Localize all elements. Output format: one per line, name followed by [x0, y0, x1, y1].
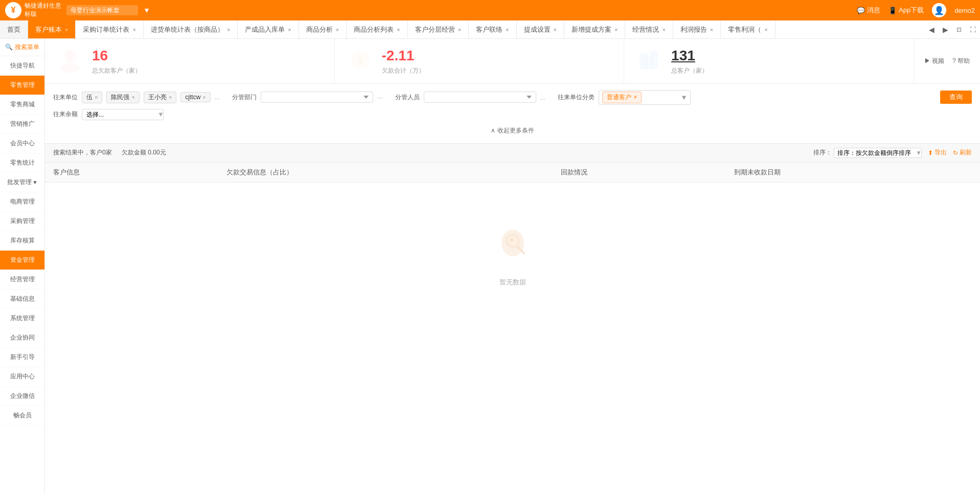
sidebar-search-btn[interactable]: 🔍 搜索菜单: [0, 39, 44, 56]
demo-select-arrow[interactable]: ▼: [143, 6, 150, 14]
stat-total-debt-customers: 16 总欠款客户（家）: [45, 39, 335, 83]
messages-btn[interactable]: 💬 消息: [857, 6, 880, 15]
unit-class-select-container[interactable]: 普通客户 × ▼: [599, 90, 691, 105]
refresh-btn[interactable]: ↻ 刷新: [953, 148, 972, 157]
stat-data-3: 131 总客户（家）: [671, 47, 708, 75]
video-btn[interactable]: ▶ 视频: [924, 57, 944, 65]
sidebar-item-wechat-work[interactable]: 企业微信: [0, 387, 44, 406]
filter-row-2: 往来余额 选择... ▼: [53, 109, 972, 120]
close-tab-tier[interactable]: ×: [458, 27, 461, 33]
sidebar-item-basic-info[interactable]: 基础信息: [0, 289, 44, 309]
remove-class-tag[interactable]: ×: [633, 94, 637, 101]
svg-text:¥: ¥: [357, 56, 363, 66]
remove-tag-wu[interactable]: ×: [95, 94, 98, 100]
sidebar: 🔍 搜索菜单 快捷导航 零售管理 零售商城 营销推广 会员中心 零售统计 批发管…: [0, 39, 45, 494]
col-debt-info: 欠款交易信息（占比）: [218, 163, 553, 183]
close-tab-purchase-stats[interactable]: ×: [227, 27, 230, 33]
tab-commission-settings[interactable]: 提成设置 ×: [517, 20, 564, 39]
person-more-dots[interactable]: ...: [540, 94, 546, 101]
tab-purchase-stats[interactable]: 进货单统计表（按商品） ×: [144, 20, 238, 39]
remove-tag-chen[interactable]: ×: [131, 94, 134, 100]
tab-purchase-order[interactable]: 采购订单统计表 ×: [76, 20, 143, 39]
close-tab-contact[interactable]: ×: [506, 27, 509, 33]
tab-home[interactable]: 首页: [0, 20, 28, 39]
refresh-icon: ↻: [953, 149, 958, 156]
close-tab-profit[interactable]: ×: [710, 27, 713, 33]
collapse-filter-btn[interactable]: ∧ 收起更多条件: [53, 124, 972, 137]
filter-more-btn[interactable]: ...: [215, 94, 220, 101]
person-select[interactable]: [424, 92, 536, 103]
sidebar-item-chang-member[interactable]: 畅会员: [0, 406, 44, 425]
sort-label: 排序：: [813, 148, 832, 157]
user-name-label[interactable]: demo2: [954, 7, 975, 14]
sidebar-item-retail-management[interactable]: 零售管理: [0, 76, 44, 95]
nav-expand-icon[interactable]: ⊡: [952, 26, 966, 33]
sidebar-item-fund-management[interactable]: 资金管理: [0, 251, 44, 270]
svg-point-11: [510, 238, 513, 241]
filter-area: 往来单位 伍 × 陈民强 × 王小亮 × cjttcw × ...: [45, 84, 980, 144]
query-button[interactable]: 查询: [940, 91, 972, 104]
close-tab-business[interactable]: ×: [662, 27, 665, 33]
sidebar-item-wholesale[interactable]: 批发管理 ▼: [0, 173, 44, 192]
download-icon: 📱: [888, 7, 897, 14]
video-icon: ▶: [924, 57, 930, 64]
demo-account-select[interactable]: 母婴行业演示帐套: [66, 5, 138, 15]
sidebar-item-purchase[interactable]: 采购管理: [0, 212, 44, 231]
filter-tag-cjttcw[interactable]: cjttcw ×: [180, 92, 210, 102]
sidebar-item-inventory[interactable]: 库存核算: [0, 231, 44, 251]
close-tab-commission[interactable]: ×: [554, 27, 557, 33]
amount-select-arrow[interactable]: ▼: [157, 110, 164, 118]
ordinary-customer-tag[interactable]: 普通客户 ×: [602, 92, 642, 103]
sidebar-item-enterprise-collab[interactable]: 企业协同: [0, 328, 44, 348]
nav-left-arrow[interactable]: ◀: [925, 26, 939, 34]
dept-more-dots[interactable]: ···: [377, 94, 383, 101]
tab-customer-tier[interactable]: 客户分层经营 ×: [408, 20, 469, 39]
sidebar-item-operation[interactable]: 经营管理: [0, 270, 44, 289]
tab-goods-analysis[interactable]: 商品分析 ×: [299, 20, 347, 39]
close-tab-goods-list[interactable]: ×: [397, 27, 400, 33]
tab-profit-report[interactable]: 利润报告 ×: [673, 20, 721, 39]
filter-tag-wang[interactable]: 王小亮 ×: [144, 92, 176, 103]
dept-select[interactable]: [261, 92, 373, 103]
stat-total-debt-amount: ¥ -2.11 欠款合计（万）: [335, 39, 625, 83]
close-tab-goods[interactable]: ×: [336, 27, 339, 33]
remove-tag-wang[interactable]: ×: [169, 94, 172, 100]
tab-goods-analysis-list[interactable]: 商品分析列表 ×: [347, 20, 407, 39]
sidebar-item-retail-mall[interactable]: 零售商城: [0, 95, 44, 115]
close-tab-purchase[interactable]: ×: [132, 27, 135, 33]
filter-tag-chen[interactable]: 陈民强 ×: [106, 92, 139, 103]
app-download-btn[interactable]: 📱 App下载: [888, 6, 924, 15]
help-btn[interactable]: ? 帮助: [952, 57, 970, 65]
filter-tag-wu[interactable]: 伍 ×: [82, 92, 102, 103]
sort-select[interactable]: 排序：按欠款金额倒序排序: [834, 148, 922, 158]
sidebar-item-member-center[interactable]: 会员中心: [0, 134, 44, 153]
stat-data-2: -2.11 欠款合计（万）: [382, 47, 425, 75]
amount-select[interactable]: 选择...: [82, 109, 164, 120]
customers-icon: [57, 48, 84, 74]
sidebar-item-app-center[interactable]: 应用中心: [0, 367, 44, 387]
sidebar-quick-nav[interactable]: 快捷导航: [0, 56, 44, 76]
tab-add-commission[interactable]: 新增提成方案 ×: [564, 20, 625, 39]
close-tab-retail-profit[interactable]: ×: [764, 27, 767, 33]
sidebar-item-system[interactable]: 系统管理: [0, 309, 44, 328]
close-tab-add-commission[interactable]: ×: [614, 27, 618, 33]
nav-right-arrow[interactable]: ▶: [939, 26, 952, 34]
close-tab-customer-ledger[interactable]: ×: [65, 27, 68, 33]
sidebar-item-retail-stats[interactable]: 零售统计: [0, 153, 44, 173]
search-icon: 🔍: [5, 43, 13, 51]
sidebar-item-ecommerce[interactable]: 电商管理: [0, 192, 44, 212]
unit-class-label: 往来单位分类: [558, 93, 595, 102]
tab-retail-profit[interactable]: 零售利润（ ×: [721, 20, 775, 39]
tab-business[interactable]: 经营情况 ×: [625, 20, 673, 39]
tab-finished-stock[interactable]: 产成品入库单 ×: [238, 20, 299, 39]
tab-customer-ledger[interactable]: 客户账本 ×: [28, 20, 76, 39]
sidebar-item-marketing[interactable]: 营销推广: [0, 115, 44, 134]
sidebar-item-new-guide[interactable]: 新手引导: [0, 348, 44, 367]
nav-arrows: ◀ ▶ ⊡ ⛶: [925, 26, 980, 34]
tab-customer-contact[interactable]: 客户联络 ×: [469, 20, 516, 39]
close-tab-finished[interactable]: ×: [288, 27, 291, 33]
class-select-arrow[interactable]: ▼: [681, 94, 688, 101]
export-btn[interactable]: ⬆ 导出: [928, 148, 947, 157]
nav-fullscreen-icon[interactable]: ⛶: [966, 26, 980, 33]
remove-tag-cjttcw[interactable]: ×: [202, 94, 206, 100]
